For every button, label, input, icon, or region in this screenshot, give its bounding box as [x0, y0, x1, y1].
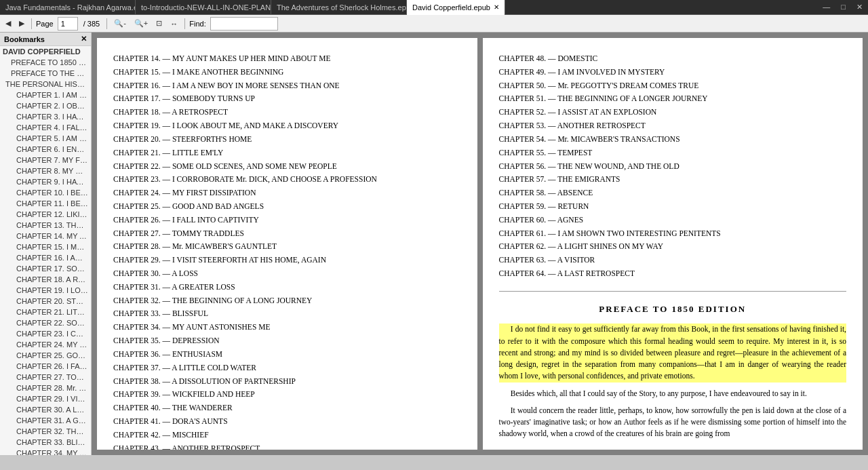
toc-entry: CHAPTER 23. — I CORROBORATE Mr. DICK, AN… [113, 174, 461, 186]
toc-entry: CHAPTER 55. — TEMPEST [499, 147, 847, 159]
sidebar-item[interactable]: PREFACE TO THE CHAR [0, 68, 91, 79]
tab-david[interactable]: David Copperfield.epub ✕ [407, 0, 505, 15]
toc-entry: CHAPTER 41. — DORA'S AUNTS [113, 416, 461, 428]
sidebar-item[interactable]: CHAPTER 25. GOOD AND [0, 350, 91, 361]
sidebar-item[interactable]: CHAPTER 1. I AM BORN [0, 90, 91, 100]
toolbar-sep1 [31, 18, 32, 29]
toc-entry: CHAPTER 64. — A LAST RETROSPECT [499, 268, 847, 280]
sidebar-close[interactable]: ✕ [81, 35, 87, 43]
toc-entry: CHAPTER 21. — LITTLE EM'LY [113, 147, 461, 159]
sidebar-item[interactable]: CHAPTER 8. MY HOLIDAY [0, 165, 91, 176]
sidebar-item[interactable]: CHAPTER 21. LITTLE EM'L [0, 307, 91, 317]
find-input[interactable] [210, 17, 278, 31]
sidebar-item[interactable]: DAVID COPPERFIELD [0, 46, 91, 57]
sidebar-item[interactable]: CHAPTER 3. I HAVE A CH [0, 111, 91, 122]
toc-entry: CHAPTER 29. — I VISIT STEERFORTH AT HIS … [113, 254, 461, 267]
toc-entry: CHAPTER 60. — AGNES [499, 214, 847, 227]
toolbar-zoom-in[interactable]: 🔍+ [132, 18, 151, 29]
toolbar-fit-width[interactable]: ↔ [167, 18, 180, 29]
sidebar-item[interactable]: CHAPTER 28. Mr. MICAW [0, 383, 91, 393]
toc-entry: CHAPTER 14. — MY AUNT MAKES UP HER MIND … [113, 53, 461, 65]
main-layout: Bookmarks ✕ DAVID COPPERFIELDPREFACE TO … [0, 33, 868, 455]
sidebar-item[interactable]: CHAPTER 2. I OBSERVE [0, 100, 91, 111]
maximize-button[interactable]: □ [835, 3, 851, 12]
close-button[interactable]: ✕ [851, 3, 868, 12]
sidebar-item[interactable]: CHAPTER 19. I LOOK ABO [0, 285, 91, 296]
sidebar-item[interactable]: CHAPTER 6. I ENLARGE M [0, 144, 91, 155]
sidebar-item[interactable]: CHAPTER 12. LIKING LIFE [0, 209, 91, 220]
page-total: / 385 [83, 20, 100, 28]
sidebar-item[interactable]: CHAPTER 10. I BECOME P [0, 187, 91, 198]
toolbar-back[interactable]: ◀ [3, 18, 14, 29]
toc-entry: CHAPTER 39. — WICKFIELD AND HEEP [113, 389, 461, 401]
sidebar-item[interactable]: THE PERSONAL HISTORY AN [0, 79, 91, 90]
sidebar-item[interactable]: CHAPTER 27. TOMMY TR. [0, 372, 91, 383]
sidebar-item[interactable]: CHAPTER 5. I AM SENT A [0, 133, 91, 144]
sidebar-item[interactable]: CHAPTER 33. BLISSFUL [0, 437, 91, 448]
sidebar-item[interactable]: CHAPTER 11. I BEGIN LIFE [0, 198, 91, 209]
sidebar-item[interactable]: CHAPTER 26. I FALL INTC [0, 361, 91, 372]
minimize-button[interactable]: — [817, 3, 835, 12]
toc-entry: CHAPTER 43. — ANOTHER RETROSPECT [113, 443, 461, 450]
sidebar-item[interactable]: CHAPTER 30. A LOSS [0, 404, 91, 415]
toc-entry: CHAPTER 30. — A LOSS [113, 268, 461, 280]
toc-entry: CHAPTER 49. — I AM INVOLVED IN MYSTERY [499, 66, 847, 79]
toc-entry: CHAPTER 53. — ANOTHER RETROSPECT [499, 120, 847, 132]
sidebar-item[interactable]: CHAPTER 16. I AM A NEW [0, 252, 91, 263]
toc-entry: CHAPTER 51. — THE BEGINNING OF A LONGER … [499, 93, 847, 105]
toolbar-fit[interactable]: ⊡ [153, 18, 165, 29]
toc-entry: CHAPTER 48. — DOMESTIC [499, 53, 847, 65]
sidebar-item[interactable]: CHAPTER 7. MY FIRST H. [0, 155, 91, 165]
toc-entry: CHAPTER 19. — I LOOK ABOUT ME, AND MAKE … [113, 120, 461, 132]
toolbar: ◀ ▶ Page / 385 🔍- 🔍+ ⊡ ↔ Find: [0, 15, 868, 33]
tab-close-david[interactable]: ✕ [494, 3, 499, 11]
toc-entry: CHAPTER 28. — Mr. MICAWBER'S GAUNTLET [113, 241, 461, 253]
tab-sherlock[interactable]: The Adventures of Sherlock Holmes.epub ✕ [271, 0, 407, 15]
tab-java[interactable]: Java Fundamentals - Rajkhan Agarwa.epub … [0, 0, 136, 15]
page-input[interactable] [58, 17, 78, 31]
sidebar-item[interactable]: CHAPTER 14. MY AUNT N [0, 231, 91, 241]
find-label: Find: [189, 20, 205, 28]
page-label: Page [36, 20, 54, 28]
sidebar-item[interactable]: CHAPTER 18. A RETROSP [0, 274, 91, 285]
toolbar-forward[interactable]: ▶ [16, 18, 27, 29]
sidebar-item[interactable]: CHAPTER 29. I VISIT STE [0, 393, 91, 404]
sidebar-item[interactable]: CHAPTER 13. THE SEQUE [0, 220, 91, 231]
toc-entry: CHAPTER 27. — TOMMY TRADDLES [113, 228, 461, 240]
sidebar-item[interactable]: CHAPTER 15. I MAKE AN [0, 241, 91, 252]
tabs-bar: Java Fundamentals - Rajkhan Agarwa.epub … [0, 0, 868, 15]
toc-entry: CHAPTER 34. — MY AUNT ASTONISHES ME [113, 321, 461, 334]
sidebar-item[interactable]: CHAPTER 24. MY FIRST D. [0, 339, 91, 350]
sidebar-item[interactable]: CHAPTER 23. I CORROBO [0, 328, 91, 339]
sidebar-item[interactable]: CHAPTER 31. A GREATER [0, 415, 91, 426]
toc-entry: CHAPTER 20. — STEERFORTH'S HOME [113, 134, 461, 146]
preface-content: I do not find it easy to get sufficientl… [499, 324, 847, 439]
sidebar-item[interactable]: CHAPTER 4. I FALL INTO [0, 122, 91, 133]
sidebar-item[interactable]: CHAPTER 32. THE BEGINI [0, 426, 91, 437]
sidebar-item[interactable]: CHAPTER 20. STEERFORTH [0, 296, 91, 307]
toc-entry: CHAPTER 63. — A VISITOR [499, 254, 847, 267]
toc-entry: CHAPTER 40. — THE WANDERER [113, 402, 461, 414]
toc-entry: CHAPTER 16. — I AM A NEW BOY IN MORE SEN… [113, 80, 461, 92]
toc-entry: CHAPTER 17. — SOMEBODY TURNS UP [113, 93, 461, 105]
sidebar-item[interactable]: CHAPTER 17. SOMEBODY [0, 263, 91, 274]
left-page-content: CHAPTER 14. — MY AUNT MAKES UP HER MIND … [113, 53, 461, 450]
toc-entry: CHAPTER 62. — A LIGHT SHINES ON MY WAY [499, 241, 847, 253]
toc-entry: CHAPTER 54. — Mr. MICAWBER'S TRANSACTION… [499, 134, 847, 146]
sidebar-item[interactable]: CHAPTER 22. SOME OLD [0, 317, 91, 328]
sidebar-item[interactable]: PREFACE TO 1850 EDITO [0, 57, 91, 68]
toolbar-zoom-out[interactable]: 🔍- [111, 18, 129, 29]
toc-entry: CHAPTER 33. — BLISSFUL [113, 308, 461, 320]
sidebar-item[interactable]: CHAPTER 9. I HAVE A ME [0, 176, 91, 187]
preface-paragraph: It would concern the reader little, perh… [499, 405, 847, 440]
toc-entry: CHAPTER 25. — GOOD AND BAD ANGELS [113, 201, 461, 213]
sidebar-item[interactable]: CHAPTER 34. MY AUNT A [0, 448, 91, 455]
toc-entry: CHAPTER 59. — RETURN [499, 201, 847, 213]
toc-entry: CHAPTER 37. — A LITTLE COLD WATER [113, 362, 461, 374]
toc-entry: CHAPTER 36. — ENTHUSIASM [113, 349, 461, 361]
toc-entry: CHAPTER 38. — A DISSOLUTION OF PARTNERSH… [113, 376, 461, 388]
tab-plans[interactable]: to-Introductio-NEW-ALL-IN-ONE-PLANS.aspx… [136, 0, 271, 15]
page-divider [499, 291, 847, 292]
toc-entry: CHAPTER 61. — I AM SHOWN TWO INTERESTING… [499, 228, 847, 240]
toc-entry: CHAPTER 42. — MISCHIEF [113, 429, 461, 442]
